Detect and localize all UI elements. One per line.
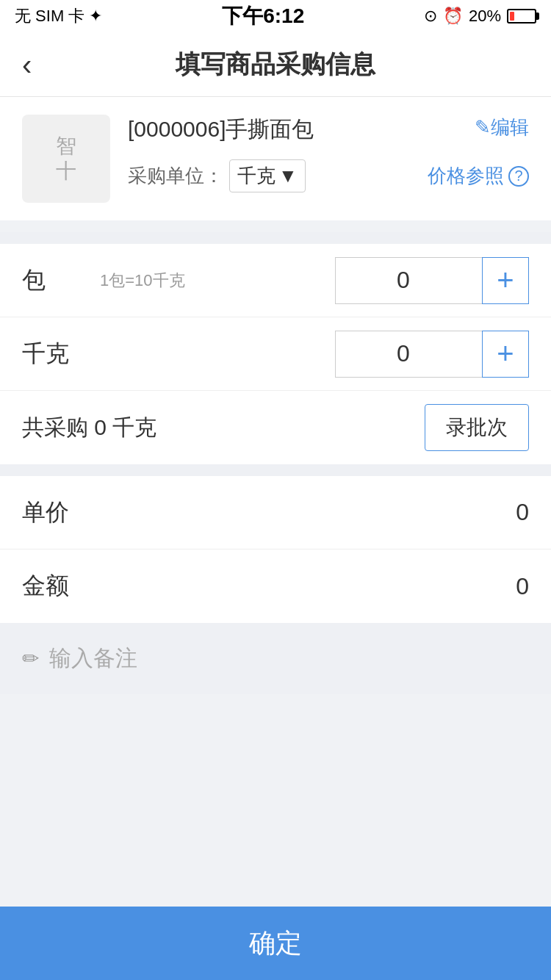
confirm-button[interactable]: 确定 — [0, 907, 551, 980]
summary-text: 共采购 0 千克 — [22, 413, 156, 443]
back-button[interactable]: ‹ — [22, 50, 32, 79]
product-logo: 智 十 — [56, 134, 76, 183]
product-image: 智 十 — [22, 115, 110, 203]
product-name: [0000006]手撕面包 — [128, 115, 314, 145]
section-divider-1 — [0, 232, 551, 244]
kg-quantity-row: 千克 + — [0, 317, 551, 391]
kg-label: 千克 — [22, 338, 96, 370]
bag-input[interactable] — [335, 257, 482, 304]
price-ref-button[interactable]: 价格参照 ? — [428, 163, 529, 189]
unit-price-value: 0 — [516, 499, 529, 526]
status-right: ⊙ ⏰ 20% — [424, 7, 536, 26]
quantity-section: 包 1包=10千克 + 千克 + 共采购 0 千克 录批次 — [0, 244, 551, 464]
bag-quantity-row: 包 1包=10千克 + — [0, 244, 551, 317]
location-icon: ⊙ — [424, 7, 437, 26]
section-divider-2 — [0, 464, 551, 476]
status-time: 下午6:12 — [222, 2, 304, 30]
amount-value: 0 — [516, 573, 529, 600]
battery-percentage: 20% — [469, 7, 501, 26]
kg-plus-button[interactable]: + — [482, 331, 529, 378]
unit-label: 采购单位： — [128, 163, 223, 189]
bag-label: 包 — [22, 264, 96, 297]
main-content: 智 十 [0000006]手撕面包 ✎编辑 采购单位： 千克 ▼ 价格参照 — [0, 97, 551, 907]
bag-sublabel: 1包=10千克 — [100, 270, 335, 292]
product-unit-row: 采购单位： 千克 ▼ 价格参照 ? — [128, 159, 529, 192]
alarm-icon: ⏰ — [443, 7, 463, 26]
batch-button[interactable]: 录批次 — [425, 404, 529, 451]
amount-label: 金额 — [22, 570, 69, 602]
bag-plus-button[interactable]: + — [482, 257, 529, 304]
product-section: 智 十 [0000006]手撕面包 ✎编辑 采购单位： 千克 ▼ 价格参照 — [0, 97, 551, 220]
dropdown-icon: ▼ — [278, 165, 298, 187]
edit-button[interactable]: ✎编辑 — [475, 115, 529, 140]
status-bar: 无 SIM 卡 ✦ 下午6:12 ⊙ ⏰ 20% — [0, 0, 551, 32]
notes-section[interactable]: ✏ 输入备注 — [0, 623, 551, 694]
unit-price-row: 单价 0 — [0, 476, 551, 550]
kg-input-wrap: + — [335, 331, 529, 378]
page-title: 填写商品采购信息 — [176, 48, 375, 82]
product-info: [0000006]手撕面包 ✎编辑 采购单位： 千克 ▼ 价格参照 ? — [128, 115, 529, 192]
info-icon: ? — [508, 166, 529, 187]
kg-input[interactable] — [335, 331, 482, 378]
status-carrier: 无 SIM 卡 ✦ — [15, 5, 102, 27]
confirm-label: 确定 — [249, 926, 302, 962]
notes-placeholder: 输入备注 — [49, 644, 137, 674]
unit-select[interactable]: 千克 ▼ — [229, 159, 306, 192]
nav-bar: ‹ 填写商品采购信息 — [0, 32, 551, 97]
summary-row: 共采购 0 千克 录批次 — [0, 391, 551, 464]
battery-indicator — [507, 9, 536, 24]
price-section: 单价 0 金额 0 — [0, 476, 551, 623]
product-header: [0000006]手撕面包 ✎编辑 — [128, 115, 529, 145]
bag-input-wrap: + — [335, 257, 529, 304]
unit-price-label: 单价 — [22, 497, 69, 529]
amount-row: 金额 0 — [0, 550, 551, 623]
pencil-icon: ✏ — [22, 646, 39, 671]
